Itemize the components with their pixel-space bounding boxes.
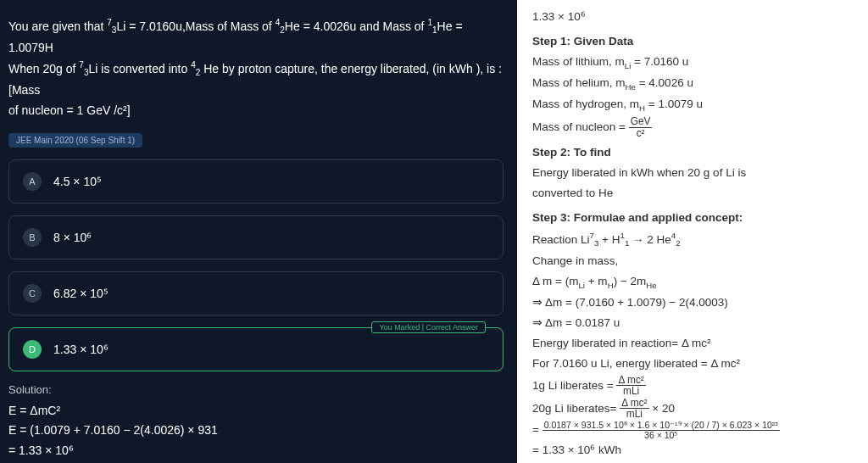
explain-line: Energy liberated in kWh when 20 g of Li … xyxy=(532,164,853,183)
solution-heading: Solution: xyxy=(8,383,504,396)
q-text: of nucleon = 1 GeV /c²] xyxy=(8,103,131,117)
q-text: When 20g of xyxy=(8,62,79,75)
explain-line: Δ m = (mLi + mH) − 2mHe xyxy=(532,272,853,293)
correct-marker: You Marked | Correct Answer xyxy=(371,321,486,333)
sol-line: E = (1.0079 + 7.0160 − 2(4.0026) × 931 xyxy=(8,423,218,437)
option-label: D xyxy=(23,340,42,359)
option-b[interactable]: B 8 × 10⁶ xyxy=(8,215,504,259)
explain-line: Energy liberated in reaction= Δ mc² xyxy=(532,334,853,354)
explain-top: 1.33 × 10⁶ xyxy=(532,8,853,27)
option-label: A xyxy=(23,172,42,191)
explanation-panel: 1.33 × 10⁶ Step 1: Given Data Mass of li… xyxy=(517,0,868,463)
explain-line: = 0.0187 × 931.5 × 10⁶ × 1.6 × 10⁻¹⁹ × (… xyxy=(532,421,853,440)
option-label: B xyxy=(23,228,42,247)
option-d[interactable]: You Marked | Correct Answer D 1.33 × 10⁶ xyxy=(8,327,504,371)
step-2-heading: Step 2: To find xyxy=(532,143,853,163)
explain-final: = 1.33 × 10⁶ kWh xyxy=(532,441,853,460)
sol-line: = 1.33 × 10⁶ xyxy=(8,443,74,457)
q-text: Li is converted into xyxy=(89,62,192,75)
option-text: 4.5 × 10⁵ xyxy=(53,175,102,188)
sol-line: E = ΔmC² xyxy=(8,404,60,417)
explain-line: Mass of hydrogen, mH = 1.0079 u xyxy=(532,95,853,115)
q-li: Li = 7.0160u xyxy=(116,20,181,33)
option-text: 1.33 × 10⁶ xyxy=(53,343,108,356)
explain-line: converted to He xyxy=(532,184,853,204)
question-panel: You are given that 73Li = 7.0160u,Mass o… xyxy=(0,0,517,463)
explain-line: For 7.0160 u Li, energy liberated = Δ mc… xyxy=(532,354,853,374)
option-a[interactable]: A 4.5 × 10⁵ xyxy=(8,159,504,204)
option-label: C xyxy=(23,284,42,303)
step-1-heading: Step 1: Given Data xyxy=(532,32,853,52)
q-text: You are given that xyxy=(8,20,107,33)
explain-line: 20g Li liberates= Δ mc²mLi × 20 xyxy=(532,398,853,420)
exam-tag: JEE Main 2020 (06 Sep Shift 1) xyxy=(8,133,142,148)
explain-line: Reaction Li73 + H11 → 2 He42 xyxy=(532,229,853,251)
explain-line: Mass of nucleon = GeVc² xyxy=(532,116,853,138)
q-text: and Mass of xyxy=(356,20,427,33)
q-text: ,Mass of Mass of xyxy=(182,20,275,33)
explain-line: Mass of lithium, mLi = 7.0160 u xyxy=(532,53,853,73)
q-he4: He = 4.0026u xyxy=(285,20,356,33)
option-c[interactable]: C 6.82 × 10⁵ xyxy=(8,271,504,315)
explain-line: ⇒ Δm = 0.0187 u xyxy=(532,314,853,333)
explain-line: Mass of helium, mHe = 4.0026 u xyxy=(532,74,853,94)
explain-line: Change in mass, xyxy=(532,252,853,271)
step-3-heading: Step 3: Formulae and applied concept: xyxy=(532,209,853,228)
option-text: 8 × 10⁶ xyxy=(53,231,92,244)
explain-line: ⇒ Δm = (7.0160 + 1.0079) − 2(4.0003) xyxy=(532,293,853,313)
explain-line: 1g Li liberates = Δ mc²mLi xyxy=(532,375,853,397)
option-text: 6.82 × 10⁵ xyxy=(53,287,108,300)
solution-body: E = ΔmC² E = (1.0079 + 7.0160 − 2(4.0026… xyxy=(8,401,504,461)
question-text: You are given that 73Li = 7.0160u,Mass o… xyxy=(8,15,504,121)
